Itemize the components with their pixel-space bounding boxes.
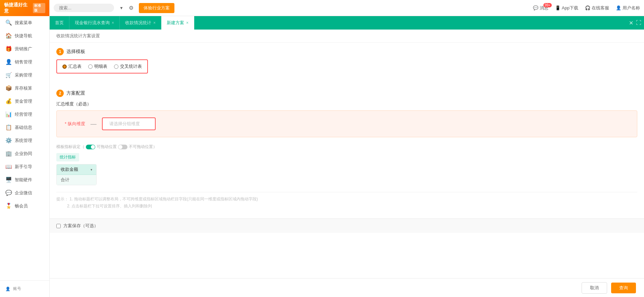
sidebar-icon-member: 🎖️	[5, 203, 12, 209]
search-input[interactable]	[54, 4, 114, 12]
sidebar-item-operation[interactable]: 📊 经营管理	[0, 108, 49, 121]
tab-close-2[interactable]: ×	[153, 20, 156, 25]
sidebar-label-enterprise: 企业协同	[15, 151, 32, 157]
topbar: ▼ ⚙ 体验行业方案 💬 消息 99+ 📱 App下载 🎧 在线客服 👤 用户名…	[50, 0, 644, 16]
query-button[interactable]: 查询	[611, 283, 636, 293]
topbar-dropdown[interactable]: ▼	[119, 6, 123, 10]
tab-label-1: 现金银行流水查询	[75, 20, 110, 26]
sidebar-label-wechat: 企业微信	[15, 190, 32, 196]
sidebar-item-finance[interactable]: 💰 资金管理	[0, 95, 49, 108]
notification-count: 99+	[543, 3, 552, 7]
sidebar-icon-basic-info: 📋	[5, 124, 12, 131]
radio-detail-label: 明细表	[94, 63, 107, 69]
tip1: 1. 拖动标题栏可以调整布局，不可跨维度或指标区域拖动栏目字段(只能在同一维度或…	[69, 197, 258, 201]
save-label: 方案保存（可选）	[63, 223, 98, 229]
settings-icon[interactable]: ⚙	[129, 5, 133, 11]
metrics-section-label: 统计指标	[56, 153, 79, 161]
sidebar-icon-search-menu: 🔍	[5, 19, 12, 26]
cancel-button[interactable]: 取消	[582, 282, 607, 294]
tip2: 2. 点击标题栏下拉可设置排序、插入列和删除列	[67, 204, 152, 208]
dimension-select[interactable]: 请选择分组维度	[102, 117, 156, 130]
notification-btn[interactable]: 💬 消息 99+	[533, 5, 548, 11]
metrics-dropdown-arrow[interactable]: ▾	[91, 168, 92, 171]
message-icon: 💬	[533, 5, 538, 10]
step1-num: 1	[56, 48, 64, 55]
sidebar-item-smart-hw[interactable]: 🖥️ 智能硬件	[0, 173, 49, 186]
tab-close-1[interactable]: ×	[112, 20, 114, 25]
sidebar-label-guide: 新手引导	[15, 164, 32, 170]
step2-num: 2	[56, 90, 64, 97]
sidebar-label-search-menu: 搜索菜单	[15, 20, 32, 26]
sidebar-icon-system: ⚙️	[5, 137, 12, 144]
breadcrumb: 收款情况统计方案设置	[50, 30, 644, 43]
tab-label-3: 新建方案	[167, 20, 184, 26]
sidebar-label-system: 系统管理	[15, 138, 32, 144]
non-draggable-label: 不可拖动位置）	[129, 144, 157, 150]
draggable-toggle-on[interactable]	[86, 145, 95, 149]
step1-title: 选择模板	[66, 49, 85, 55]
sidebar-icon-sales: 👤	[5, 59, 12, 65]
sidebar-icon-finance: 💰	[5, 98, 12, 104]
sidebar-icon-wechat: 💬	[5, 190, 12, 196]
save-section: 方案保存（可选）	[50, 218, 644, 233]
tab-3[interactable]: 新建方案×	[161, 16, 194, 30]
sidebar-item-basic-info[interactable]: 📋 基础信息	[0, 121, 49, 134]
sidebar-item-system[interactable]: ⚙️ 系统管理	[0, 134, 49, 147]
sidebar-label-operation: 经营管理	[15, 111, 32, 117]
draggable-toggle-off[interactable]	[118, 145, 127, 149]
dimension-group-title: 汇总维度（必选）	[56, 101, 637, 107]
save-checkbox[interactable]	[56, 224, 61, 228]
tab-close-3[interactable]: ×	[186, 20, 189, 25]
support-btn[interactable]: 🎧 在线客服	[585, 5, 609, 11]
sidebar-label-marketing: 营销推广	[15, 46, 32, 52]
user-avatar: 👤	[616, 5, 621, 10]
sidebar-bottom-item[interactable]: 👤账号	[0, 283, 49, 294]
maximize-icon[interactable]: ⛶	[636, 20, 641, 26]
draggable-label: 可拖动位置	[97, 144, 117, 150]
sidebar-icon-purchase: 🛒	[5, 72, 12, 78]
sidebar-item-inventory[interactable]: 📦 库存核算	[0, 82, 49, 95]
radio-summary[interactable]: 汇总表	[62, 63, 82, 69]
dimension-arrow-icon: —	[91, 120, 97, 128]
sidebar-item-marketing[interactable]: 🎁 营销推广	[0, 42, 49, 55]
download-icon: 📱	[555, 5, 560, 10]
sidebar-icon-marketing: 🎁	[5, 46, 12, 52]
row-dimension-label: 纵向维度	[65, 121, 85, 127]
user-menu[interactable]: 👤 用户名称	[616, 5, 640, 11]
sidebar-icon-guide: 📖	[5, 163, 12, 170]
tab-2[interactable]: 收款情况统计×	[120, 16, 161, 30]
sidebar-item-member[interactable]: 🎖️ 畅会员	[0, 199, 49, 212]
sidebar-icon-enterprise: 🏢	[5, 150, 12, 157]
tabbar: 首页现金银行流水查询×收款情况统计×新建方案× ✕ ⛶	[50, 16, 644, 30]
tab-1[interactable]: 现金银行流水查询×	[69, 16, 120, 30]
sidebar-item-purchase[interactable]: 🛒 采购管理	[0, 68, 49, 82]
draggable-hint: 模板指标设定（ 可拖动位置 不可拖动位置）	[56, 144, 637, 150]
radio-cross[interactable]: 交叉统计表	[114, 63, 142, 69]
support-icon: 🎧	[585, 5, 590, 10]
sidebar-item-guide[interactable]: 📖 新手引导	[0, 160, 49, 173]
download-btn[interactable]: 📱 App下载	[555, 5, 578, 11]
step1-label: 1 选择模板	[56, 48, 637, 55]
sidebar-item-sales[interactable]: 👤 销售管理	[0, 55, 49, 68]
sidebar-label-finance: 资金管理	[15, 98, 32, 104]
tab-label-2: 收款情况统计	[125, 20, 151, 26]
sidebar-item-wechat[interactable]: 💬 企业微信	[0, 186, 49, 199]
sidebar-item-enterprise[interactable]: 🏢 企业协同	[0, 147, 49, 160]
sidebar-icon-quick-nav: 🏠	[5, 33, 12, 39]
content-area: 收款情况统计方案设置 1 选择模板 汇总表 明细表	[50, 30, 644, 278]
tabbar-controls: ✕ ⛶	[629, 20, 644, 26]
tab-label-0: 首页	[55, 20, 64, 26]
step2-section: 2 方案配置 汇总维度（必选） 纵向维度 — 请选择分组维度 模板指标设定（	[50, 84, 644, 218]
metrics-table: 收款金额 ▾ 合计	[56, 164, 97, 185]
sidebar-item-search-menu[interactable]: 🔍 搜索菜单	[0, 16, 49, 29]
sidebar-label-basic-info: 基础信息	[15, 125, 32, 131]
close-tab-icon[interactable]: ✕	[629, 20, 633, 26]
industry-btn[interactable]: 体验行业方案	[139, 3, 174, 13]
sidebar-item-quick-nav[interactable]: 🏠 快捷导航	[0, 29, 49, 42]
sidebar-icon-operation: 📊	[5, 111, 12, 117]
step2-title: 方案配置	[66, 90, 85, 96]
radio-detail[interactable]: 明细表	[88, 63, 107, 69]
tab-0[interactable]: 首页	[50, 16, 69, 30]
metrics-table-cell: 合计	[57, 175, 96, 185]
metrics-hint-text: 模板指标设定（	[56, 144, 85, 150]
